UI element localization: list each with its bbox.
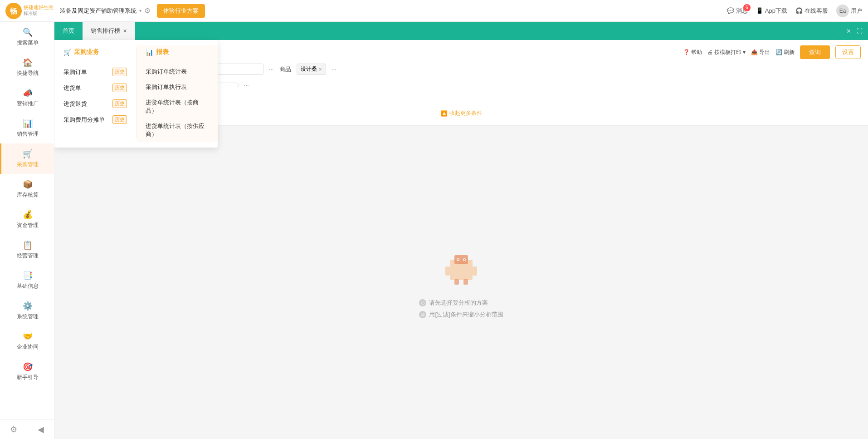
refresh-button[interactable]: 🔄 刷新 [775,49,795,56]
capital-icon: 💰 [23,210,33,220]
sidebar-item-purchase[interactable]: 🛒 采购管理 [0,143,54,174]
svg-rect-8 [458,263,465,264]
logo-sub: 标准版 [24,10,54,17]
logo-icon: 畅 [5,3,22,19]
empty-tip-1: ① 请先选择要分析的方案 [419,299,503,307]
salesperson-dots[interactable]: ··· [244,82,249,89]
sidebar-item-label: 企业协同 [17,343,39,351]
guide-icon: 🎯 [23,362,33,372]
report-col: 📊 报表 采购订单统计表 采购订单执行表 进货单统计表（按商品） 进货单统计表（… [137,45,218,142]
dropdown-item-receive-goods[interactable]: 进货单统计表（按商品） [142,95,213,118]
document-status-dots[interactable]: ··· [269,66,274,73]
help-button[interactable]: ❓ 帮助 [683,49,702,56]
sidebar-item-label: 资金管理 [17,222,39,229]
dropdown-item-order-exec[interactable]: 采购订单执行表 [142,79,213,95]
report-col-icon: 📊 [146,49,153,56]
print-icon: 🖨 [707,49,713,55]
system-dropdown-arrow[interactable]: ▾ [139,8,141,13]
sidebar-item-system[interactable]: ⚙️ 系统管理 [0,296,54,326]
sidebar-item-label: 库存核算 [17,191,39,199]
tab-sales-rank[interactable]: 销售排行榜 ✕ [83,22,135,40]
goods-dots[interactable]: ··· [332,66,336,73]
main-layout: 🔍 搜索菜单 🏠 快捷导航 📣 营销推广 📊 销售管理 🛒 采购管理 📦 库存核… [0,22,868,439]
sidebar: 🔍 搜索菜单 🏠 快捷导航 📣 营销推广 📊 销售管理 🛒 采购管理 📦 库存核… [0,22,54,439]
svg-rect-11 [454,279,459,285]
settings-icon[interactable]: ⚙ [144,6,151,15]
app-download-button[interactable]: 📱 App下载 [756,7,787,15]
dropdown-item-order-stat[interactable]: 采购订单统计表 [142,64,213,79]
search-icon: 🔍 [23,27,33,37]
message-badge: 6 [743,4,751,11]
tab-close-icon[interactable]: ✕ [123,28,127,34]
tip-text-1: 请先选择要分析的方案 [429,299,488,307]
purchase-col-title: 🛒 采购业务 [60,45,131,61]
tab-close-window-icon[interactable]: ✕ [846,28,851,35]
header-right: 💬 消息 6 📱 App下载 🎧 在线客服 Ea 用户 [727,5,863,17]
sidebar-settings-button[interactable]: ⚙ [10,424,17,434]
online-service-button[interactable]: 🎧 在线客服 [795,7,828,15]
sidebar-item-guide[interactable]: 🎯 新手引导 [0,356,54,387]
tab-maximize-icon[interactable]: ⛶ [857,28,863,35]
dropdown-item-purchase-expense[interactable]: 采购费用分摊单 历史 [60,112,131,128]
history-badge-expense: 历史 [112,115,127,124]
sidebar-item-business[interactable]: 📋 经营管理 [0,235,54,265]
set-button[interactable]: 设置 [835,45,861,59]
template-print-button[interactable]: 🖨 按模板打印 ▾ [707,49,746,56]
sidebar-item-label: 搜索菜单 [17,39,39,47]
system-name-area: 装备及固定资产辅助管理系统 ▾ ⚙ 体验行业方案 [60,4,727,18]
empty-illustration [439,246,484,291]
query-button[interactable]: 查询 [800,45,830,59]
sidebar-item-basic-info[interactable]: 📑 基础信息 [0,265,54,296]
help-icon: ❓ [683,49,690,55]
system-icon: ⚙️ [23,301,33,311]
business-icon: 📋 [23,240,33,250]
sidebar-item-label: 采购管理 [17,161,39,168]
goods-tag-close[interactable]: × [319,66,322,73]
user-button[interactable]: Ea 用户 [836,5,863,17]
tab-home-label: 首页 [63,27,74,35]
sidebar-item-label: 营销推广 [17,100,39,108]
industry-button[interactable]: 体验行业方案 [157,4,205,18]
dropdown-item-receive-supplier[interactable]: 进货单统计表（按供应商） [142,118,213,142]
tip-text-2: 用[过滤]条件来缩小分析范围 [429,311,503,319]
tab-right-icons: ✕ ⛶ [846,28,868,35]
tab-home[interactable]: 首页 [54,22,83,40]
sidebar-bottom: ⚙ ◀ [0,419,54,439]
purchase-dropdown-menu: 🛒 采购业务 采购订单 历史 进货单 历史 进货退货 历史 采购费用分摊单 [54,40,218,148]
tip-num-1: ① [419,299,426,306]
sidebar-item-search[interactable]: 🔍 搜索菜单 [0,22,54,52]
svg-text:畅: 畅 [10,7,17,15]
avatar: Ea [836,5,849,17]
collapse-up-icon: 🔼 [441,110,448,117]
export-button[interactable]: 📤 导出 [751,49,770,56]
logo-text: 畅捷通好生意 [24,5,54,10]
svg-rect-12 [463,279,468,285]
report-col-title: 📊 报表 [142,45,213,61]
sidebar-item-sales[interactable]: 📊 销售管理 [0,113,54,143]
svg-rect-9 [445,266,450,276]
history-badge-receive: 历史 [112,84,127,92]
sidebar-item-quick-nav[interactable]: 🏠 快捷导航 [0,52,54,83]
sidebar-item-marketing[interactable]: 📣 营销推广 [0,83,54,113]
sidebar-item-label: 系统管理 [17,313,39,321]
enterprise-icon: 🤝 [23,331,33,341]
headset-icon: 🎧 [795,7,803,14]
print-dropdown-arrow: ▾ [743,49,746,55]
sidebar-item-enterprise[interactable]: 🤝 企业协同 [0,326,54,356]
sidebar-item-label: 基础信息 [17,282,39,290]
message-button[interactable]: 💬 消息 6 [727,7,748,15]
sidebar-item-capital[interactable]: 💰 资金管理 [0,204,54,235]
dropdown-item-purchase-receive[interactable]: 进货单 历史 [60,80,131,96]
goods-label: 商品 [279,65,291,74]
svg-point-6 [458,259,459,261]
top-header: 畅 畅捷通好生意 标准版 装备及固定资产辅助管理系统 ▾ ⚙ 体验行业方案 💬 … [0,0,868,22]
history-badge-return: 历史 [112,99,127,108]
svg-rect-10 [473,266,477,276]
sidebar-item-inventory[interactable]: 📦 库存核算 [0,174,54,204]
empty-tip-2: ② 用[过滤]条件来缩小分析范围 [419,311,503,319]
dropdown-item-purchase-order[interactable]: 采购订单 历史 [60,64,131,80]
sidebar-collapse-button[interactable]: ◀ [38,424,44,434]
tab-bar: 首页 销售排行榜 ✕ ✕ ⛶ [54,22,868,40]
refresh-icon: 🔄 [775,49,782,55]
dropdown-item-purchase-return[interactable]: 进货退货 历史 [60,96,131,112]
